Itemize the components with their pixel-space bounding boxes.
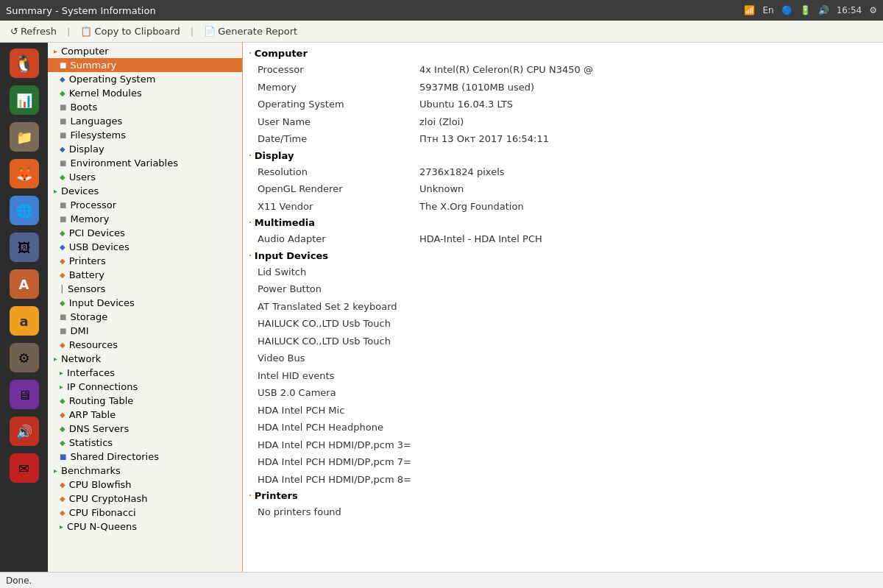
- tree-bullet: ■: [60, 103, 66, 111]
- value-hdaheadphone: [419, 420, 877, 435]
- tree-item-resources[interactable]: ◆ Resources: [48, 338, 242, 352]
- tree-item-arp[interactable]: ◆ ARP Table: [48, 408, 242, 422]
- tree-item-computer[interactable]: ▸ Computer: [48, 44, 242, 58]
- row-hailuck2: HAILUCK CO.,LTD Usb Touch: [243, 333, 883, 350]
- label-x11vendor: X11 Vendor: [258, 199, 419, 214]
- clock: 16:54: [837, 5, 862, 15]
- tree-item-inputdevices[interactable]: ◆ Input Devices: [48, 296, 242, 310]
- status-text: Done.: [6, 575, 32, 586]
- row-lidswitch: Lid Switch: [243, 263, 883, 281]
- tree-item-dns[interactable]: ◆ DNS Servers: [48, 422, 242, 436]
- tree-label: Resources: [69, 339, 118, 350]
- dock-ubuntu[interactable]: 🐧: [7, 46, 42, 81]
- main-container: 🐧 📊 📁 🦊 🌐 🖼 A a ⚙ 🖥 🔊: [0, 43, 883, 572]
- value-camera: [419, 386, 877, 400]
- tree-bullet: ■: [60, 201, 66, 209]
- dock-amazon[interactable]: a: [7, 303, 42, 339]
- sysinfo-icon: 🖥: [10, 380, 39, 409]
- generate-report-button[interactable]: 📄 Generate Report: [198, 24, 303, 38]
- label-hailuck2: HAILUCK CO.,LTD Usb Touch: [258, 334, 419, 349]
- tree-item-interfaces[interactable]: ▸ Interfaces: [48, 366, 242, 380]
- tree-item-dmi[interactable]: ■ DMI: [48, 324, 242, 338]
- tree-item-usb[interactable]: ◆ USB Devices: [48, 240, 242, 254]
- value-noprinters: [419, 505, 877, 520]
- label-opengl: OpenGL Renderer: [258, 182, 419, 196]
- section-title: Computer: [255, 48, 308, 59]
- tree-item-kernel[interactable]: ◆ Kernel Modules: [48, 86, 242, 100]
- tree-bullet: ◆: [60, 243, 65, 251]
- tree-bullet: ◆: [60, 341, 65, 349]
- label-processor: Processor: [258, 63, 419, 77]
- tree-item-battery[interactable]: ◆ Battery: [48, 268, 242, 282]
- tree-item-summary[interactable]: ■ Summary: [48, 58, 242, 72]
- value-hdahdmi3: [419, 438, 877, 453]
- tree-item-statistics[interactable]: ◆ Statistics: [48, 436, 242, 450]
- tree-item-envvars[interactable]: ■ Environment Variables: [48, 156, 242, 170]
- tree-item-sensors[interactable]: │ Sensors: [48, 282, 242, 296]
- tree-item-filesystems[interactable]: ■ Filesystems: [48, 128, 242, 142]
- dock-sound[interactable]: 🔊: [7, 414, 42, 449]
- tree-item-processor[interactable]: ■ Processor: [48, 198, 242, 212]
- label-powerbutton: Power Button: [258, 282, 419, 297]
- tree-item-os[interactable]: ◆ Operating System: [48, 72, 242, 86]
- copy-label: Copy to Clipboard: [94, 26, 180, 37]
- dock-monitor[interactable]: 📊: [7, 82, 42, 118]
- tree-item-languages[interactable]: ■ Languages: [48, 114, 242, 128]
- tree-item-printers[interactable]: ◆ Printers: [48, 254, 242, 268]
- dock-files[interactable]: 📁: [7, 119, 42, 155]
- section-header-computer: · Computer: [243, 46, 883, 61]
- value-x11vendor: The X.Org Foundation: [419, 199, 877, 214]
- tree-item-boots[interactable]: ■ Boots: [48, 100, 242, 114]
- dock-chromium[interactable]: 🌐: [7, 193, 42, 228]
- wifi-icon: 📶: [744, 5, 755, 15]
- tree-label: Printers: [69, 255, 106, 266]
- tree-item-fibonacci[interactable]: ◆ CPU Fibonacci: [48, 506, 242, 520]
- tree-item-memory[interactable]: ■ Memory: [48, 212, 242, 226]
- tree-item-network[interactable]: ▸ Network: [48, 352, 242, 366]
- settings-icon: ⚙: [869, 5, 877, 15]
- tree-label: Languages: [70, 116, 122, 127]
- tree-item-cryptohash[interactable]: ◆ CPU CryptoHash: [48, 492, 242, 506]
- value-hailuck2: [419, 334, 877, 349]
- dock-image[interactable]: 🖼: [7, 230, 42, 265]
- value-keyboard: [419, 300, 877, 314]
- tree-bullet: ◆: [60, 75, 65, 83]
- tree-item-nqueens[interactable]: ▸ CPU N-Queens: [48, 520, 242, 534]
- tree-item-display[interactable]: ◆ Display: [48, 142, 242, 156]
- value-hdamic: [419, 403, 877, 418]
- separator-1: |: [67, 26, 70, 37]
- section-printers: · Printers No printers found: [243, 488, 883, 521]
- tree-item-routing[interactable]: ◆ Routing Table: [48, 394, 242, 408]
- label-hid: Intel HID events: [258, 369, 419, 383]
- dock-font[interactable]: A: [7, 266, 42, 302]
- tree-label: Storage: [70, 311, 107, 322]
- dock-firefox[interactable]: 🦊: [7, 156, 42, 191]
- dock-settings[interactable]: ⚙: [7, 340, 42, 375]
- tree-item-blowfish[interactable]: ◆ CPU Blowfish: [48, 478, 242, 492]
- refresh-button[interactable]: ↺ Refresh: [4, 24, 63, 38]
- tree-item-benchmarks[interactable]: ▸ Benchmarks: [48, 464, 242, 478]
- tree-item-users[interactable]: ◆ Users: [48, 170, 242, 184]
- section-computer: · Computer Processor 4x Intel(R) Celeron…: [243, 46, 883, 148]
- dock-sysinfo[interactable]: 🖥: [7, 377, 42, 412]
- tree-bullet: ■: [60, 61, 66, 69]
- row-noprinters: No printers found: [243, 503, 883, 521]
- tree-item-storage[interactable]: ■ Storage: [48, 310, 242, 324]
- tree-bullet: ◆: [60, 89, 65, 97]
- section-inputdevices: · Input Devices Lid Switch Power Button …: [243, 248, 883, 489]
- tree-item-ipconn[interactable]: ▸ IP Connections: [48, 380, 242, 394]
- copy-clipboard-button[interactable]: 📋 Copy to Clipboard: [74, 24, 185, 38]
- tree-label: Environment Variables: [70, 157, 178, 169]
- value-resolution: 2736x1824 pixels: [419, 165, 877, 180]
- tree-label: DMI: [70, 325, 88, 336]
- section-title: Printers: [255, 490, 298, 501]
- battery-icon: 🔋: [800, 5, 811, 15]
- dock-mail[interactable]: ✉: [7, 450, 42, 486]
- tree-item-devices[interactable]: ▸ Devices: [48, 184, 242, 198]
- tree-item-pci[interactable]: ◆ PCI Devices: [48, 226, 242, 240]
- report-icon: 📄: [204, 26, 216, 37]
- value-memory: 5937MB (1010MB used): [419, 80, 877, 95]
- tree-item-shareddirs[interactable]: ■ Shared Directories: [48, 450, 242, 464]
- row-opengl: OpenGL Renderer Unknown: [243, 180, 883, 198]
- ubuntu-icon: 🐧: [10, 49, 39, 78]
